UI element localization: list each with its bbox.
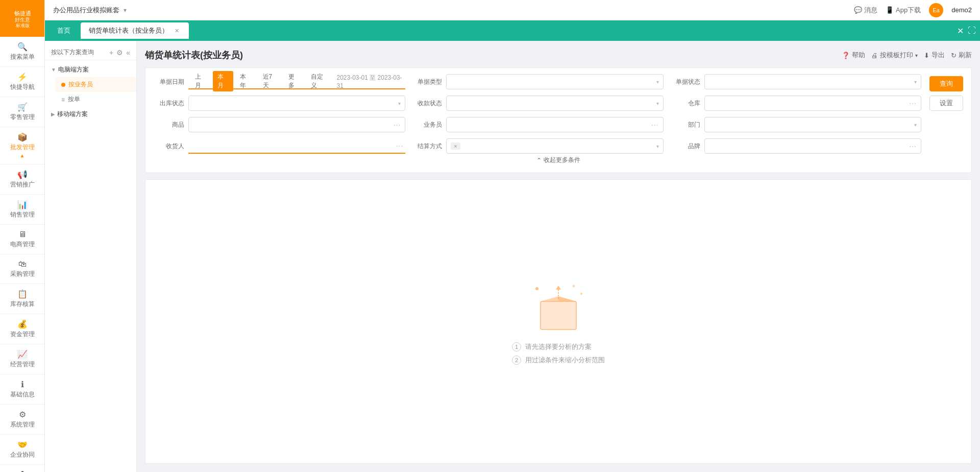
settlement-select[interactable]: × ▾ — [446, 138, 663, 154]
svg-point-10 — [573, 285, 575, 288]
receiver-control[interactable]: ··· — [188, 138, 405, 154]
query-button[interactable]: 查询 — [929, 76, 963, 91]
tab-report[interactable]: 销货单统计表（按业务员） ✕ — [81, 22, 189, 39]
settings-button[interactable]: 设置 — [929, 96, 963, 111]
scheme-group-mobile: ▶ 移动端方案 — [45, 107, 136, 122]
fullscreen-icon[interactable]: ⛶ — [968, 26, 976, 35]
doctype-select[interactable]: ▾ — [446, 74, 663, 89]
date-options: 上月 本月 本年 近7天 更多 自定义 2023-03-01 至 2023-03… — [190, 71, 403, 91]
stockstatus-select[interactable]: ▾ — [188, 96, 405, 111]
help-button[interactable]: ❓ 帮助 — [842, 51, 865, 60]
settlement-tag-close[interactable]: × — [454, 143, 457, 149]
page-title: 销货单统计表(按业务员) — [145, 49, 243, 61]
scheme-group-desktop: ▼ 电脑端方案 按业务员 ≡ 按单 — [45, 62, 136, 107]
scheme-settings-icon[interactable]: ⚙ — [116, 49, 123, 57]
user-initials: Ea — [933, 7, 940, 13]
print-button[interactable]: 🖨 按模板打印 ▾ — [871, 51, 918, 60]
sidebar-item-label: 零售管理 — [3, 113, 42, 122]
sidebar-item-label: 批发管理 — [3, 143, 42, 152]
sidebar-item-purchase[interactable]: 🛍 采购管理 — [0, 254, 44, 284]
collapse-button[interactable]: ⌃ 收起更多条件 — [536, 156, 580, 164]
scheme-item-by-order[interactable]: ≡ 按单 — [55, 92, 136, 107]
date-btn-7days[interactable]: 近7天 — [258, 71, 282, 91]
message-button[interactable]: 💬 消息 — [854, 6, 877, 15]
scheme-collapse-icon[interactable]: « — [126, 49, 130, 57]
paymentstatus-select[interactable]: ▾ — [446, 96, 663, 111]
department-arrow: ▾ — [914, 122, 917, 128]
filter-receiver-item: 收货人 ··· — [154, 138, 405, 154]
filter-action-buttons: 查询 设置 — [929, 74, 963, 111]
sidebar-item-basic-info[interactable]: ℹ 基础信息 — [0, 374, 44, 405]
refresh-icon: ↻ — [951, 52, 957, 59]
sidebar-item-label: 销售管理 — [3, 210, 42, 219]
date-btn-more[interactable]: 更多 — [284, 71, 304, 91]
sidebar-item-wholesale[interactable]: 📦 批发管理 ▲ — [0, 127, 44, 164]
filter-goods-item: 商品 ··· — [154, 117, 405, 132]
warehouse-select[interactable]: ··· — [704, 96, 921, 111]
tab-home[interactable]: 首页 — [49, 22, 79, 39]
topbar-dropdown-icon[interactable]: ▾ — [124, 7, 127, 14]
filter-row-1: 单据日期 上月 本月 本年 近7天 更多 自定义 — [154, 74, 921, 89]
settlement-arrow: ▾ — [656, 144, 659, 149]
tab-report-label: 销货单统计表（按业务员） — [89, 26, 168, 35]
salesperson-dots: ··· — [651, 121, 659, 129]
app-download-button[interactable]: 📱 App下载 — [886, 6, 921, 15]
date-btn-custom[interactable]: 自定义 — [306, 71, 332, 91]
sales-icon: 📊 — [3, 200, 42, 209]
scheme-add-icon[interactable]: + — [109, 49, 113, 57]
sidebar-item-operations[interactable]: 📈 经营管理 — [0, 344, 44, 374]
arrow-icon: ▲ — [20, 153, 25, 158]
date-btn-this-month[interactable]: 本月 — [213, 71, 233, 91]
sidebar-item-label: 系统管理 — [3, 420, 42, 429]
tab-close-icon[interactable]: ✕ — [173, 27, 181, 35]
scheme-item-salesperson[interactable]: 按业务员 — [55, 77, 136, 92]
purchase-icon: 🛍 — [3, 259, 42, 269]
empty-state: 1 请先选择要分析的方案 2 用过滤条件来缩小分析范围 — [145, 179, 972, 464]
sidebar-item-system[interactable]: ⚙ 系统管理 — [0, 405, 44, 435]
sidebar-item-label: 经营管理 — [3, 360, 42, 369]
right-panel: 销货单统计表(按业务员) ❓ 帮助 🖨 按模板打印 ▾ ⬇ 导出 — [137, 41, 980, 472]
filter-main-area: 单据日期 上月 本月 本年 近7天 更多 自定义 — [154, 74, 963, 154]
brand-select[interactable]: ··· — [704, 138, 921, 154]
refresh-button[interactable]: ↻ 刷新 — [951, 51, 972, 60]
date-btn-this-year[interactable]: 本年 — [235, 71, 256, 91]
help-icon: ❓ — [842, 52, 850, 59]
export-button[interactable]: ⬇ 导出 — [924, 51, 945, 60]
sidebar-item-sales[interactable]: 📊 销售管理 — [0, 195, 44, 225]
operations-icon: 📈 — [3, 349, 42, 359]
sidebar-item-inventory[interactable]: 📋 库存核算 — [0, 284, 44, 314]
sidebar-item-finance[interactable]: 💰 资金管理 — [0, 314, 44, 344]
salesperson-select[interactable]: ··· — [446, 117, 663, 132]
sidebar-item-marketing[interactable]: 📢 营销推广 — [0, 164, 44, 195]
sidebar-item-enterprise[interactable]: 🤝 企业协同 — [0, 435, 44, 465]
scheme-group-mobile-header[interactable]: ▶ 移动端方案 — [45, 107, 136, 122]
sidebar-logo[interactable]: 畅捷通 好生意 标准版 — [0, 0, 44, 37]
svg-marker-5 — [541, 296, 558, 301]
date-btn-last-month[interactable]: 上月 — [190, 71, 211, 91]
settlement-label: 结算方式 — [411, 142, 442, 151]
scheme-sub-desktop: 按业务员 ≡ 按单 — [45, 77, 136, 107]
sidebar-item-quick-nav[interactable]: ⚡ 快捷导航 — [0, 67, 44, 97]
goods-select[interactable]: ··· — [188, 117, 405, 132]
user-name[interactable]: demo2 — [951, 6, 972, 14]
docstatus-select[interactable]: ▾ — [704, 74, 921, 89]
sidebar-item-retail[interactable]: 🛒 零售管理 — [0, 97, 44, 127]
svg-marker-6 — [558, 296, 576, 301]
warehouse-label: 仓库 — [670, 99, 700, 108]
svg-point-8 — [535, 287, 538, 290]
scheme-group-desktop-header[interactable]: ▼ 电脑端方案 — [45, 62, 136, 77]
page-title-bar: 销货单统计表(按业务员) ❓ 帮助 🖨 按模板打印 ▾ ⬇ 导出 — [145, 49, 972, 61]
date-control[interactable]: 上月 本月 本年 近7天 更多 自定义 2023-03-01 至 2023-03… — [188, 74, 405, 89]
sidebar-item-search[interactable]: 🔍 搜索菜单 — [0, 37, 44, 67]
sidebar-item-label: 企业协同 — [3, 451, 42, 459]
collapse-label: 收起更多条件 — [544, 156, 580, 164]
sidebar-item-guide[interactable]: 🎓 新手引导 — [0, 465, 44, 472]
filter-brand-item: 品牌 ··· — [670, 138, 921, 154]
message-icon: 💬 — [854, 6, 862, 14]
tip-num-1: 1 — [512, 342, 521, 351]
filter-salesperson-item: 业务员 ··· — [411, 117, 663, 132]
tab-close-all-icon[interactable]: ✕ — [957, 26, 964, 36]
sidebar-item-ecommerce[interactable]: 🖥 电商管理 — [0, 225, 44, 254]
department-select[interactable]: ▾ — [704, 117, 921, 132]
user-avatar[interactable]: Ea — [929, 3, 943, 17]
